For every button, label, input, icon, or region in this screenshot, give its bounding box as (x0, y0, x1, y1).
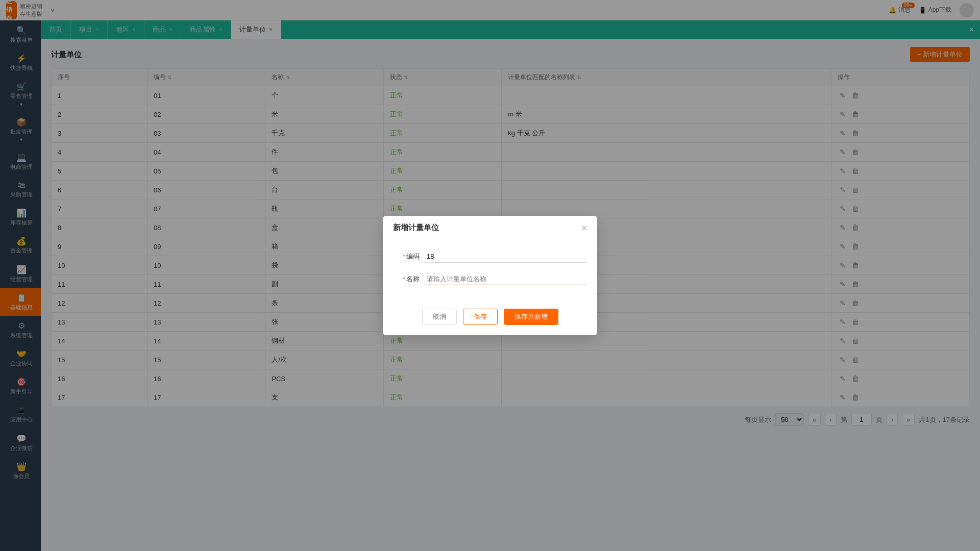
dialog-footer: 取消 保存 保存并新增 (383, 304, 597, 335)
save-new-btn[interactable]: 保存并新增 (504, 309, 558, 325)
dialog-title: 新增计量单位 (393, 223, 439, 233)
save-btn[interactable]: 保存 (463, 309, 498, 325)
form-name-label: *名称 (393, 274, 424, 284)
form-item-name: *名称 (393, 273, 587, 285)
dialog-header: 新增计量单位 × (383, 216, 597, 238)
form-item-code: *编码 (393, 251, 587, 263)
form-code-label: *编码 (393, 252, 424, 261)
name-required-mark: * (403, 275, 405, 283)
code-required-mark: * (403, 253, 405, 260)
cancel-btn[interactable]: 取消 (422, 309, 457, 325)
dialog-close-btn[interactable]: × (581, 223, 587, 233)
add-unit-dialog: 新增计量单位 × *编码 *名称 取消 保存 保存并新增 (383, 216, 597, 335)
modal-overlay: 新增计量单位 × *编码 *名称 取消 保存 保存并新增 (0, 0, 980, 551)
code-input[interactable] (424, 251, 587, 263)
name-input[interactable] (424, 273, 587, 285)
dialog-body: *编码 *名称 (383, 238, 597, 304)
